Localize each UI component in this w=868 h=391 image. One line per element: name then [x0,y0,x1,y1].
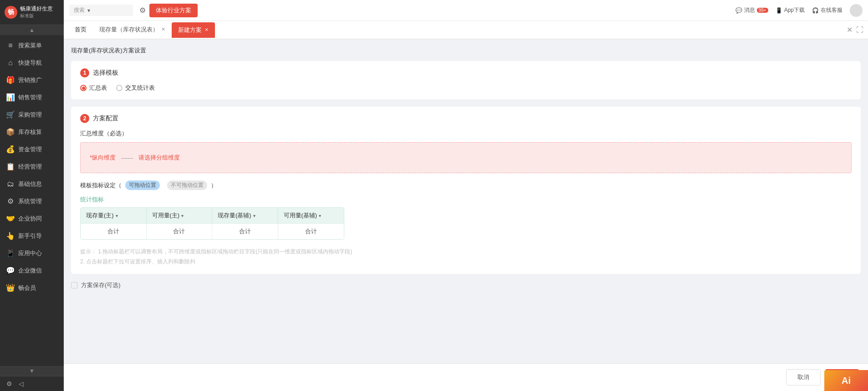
sidebar-item-finance[interactable]: 💰 资金管理 [0,141,64,158]
sidebar-scroll-up[interactable]: ▲ [0,25,64,35]
operations-icon: 📋 [6,163,15,171]
save-label: 方案保存(可选) [81,281,121,289]
newbie-icon: 👆 [6,232,15,240]
indicator-settings: 模板指标设定（ 可拖动位置 不可拖动位置 ） [80,180,852,190]
radio-summary[interactable]: 汇总表 [80,84,107,92]
non-draggable-badge: 不可拖动位置 [167,180,207,190]
sidebar-item-label: 系统管理 [18,197,42,206]
online-service-label: 在线客服 [821,6,842,14]
search-placeholder-text: 搜索 [74,6,85,14]
tab-inventory-close[interactable]: ✕ [161,26,165,32]
sidebar-item-label: 采购管理 [18,111,42,119]
sidebar-item-member[interactable]: 👑 畅会员 [0,279,64,297]
sidebar-item-label: 畅会员 [18,284,36,292]
expand-panel-icon[interactable]: ⛶ [856,26,863,34]
indicator-settings-label: 模板指标设定（ 可拖动位置 不可拖动位置 ） [80,180,852,190]
cancel-button[interactable]: 取消 [786,369,821,386]
sidebar-item-sales[interactable]: 📊 销售管理 [0,89,64,106]
col-header-1[interactable]: 可用量(主) ▾ [147,208,213,223]
tips-title: 提示： [80,248,97,255]
sidebar-item-label: 销售管理 [18,93,42,102]
search-area[interactable]: 搜索 ▾ [69,5,133,16]
sidebar-item-label: 企业微信 [18,267,42,275]
step2-number: 2 [80,114,89,123]
gift-icon: 🎁 [6,76,15,84]
tab-new-plan[interactable]: 新建方案 ✕ [172,22,215,38]
sidebar-item-marketing[interactable]: 🎁 营销推广 [0,72,64,89]
template-radio-group: 汇总表 交叉统计表 [80,84,852,92]
system-icon: ⚙ [6,197,15,206]
home-icon: ⌂ [6,59,15,67]
dim-placeholder[interactable]: 请选择分组维度 [138,154,180,162]
col-chevron-3[interactable]: ▾ [319,213,321,218]
sidebar-item-operations[interactable]: 📋 经营管理 [0,158,64,175]
member-icon: 👑 [6,284,15,292]
sidebar-item-base[interactable]: 🗂 基础信息 [0,175,64,193]
radio-cross-circle [116,85,123,91]
step2-header: 2 方案配置 [80,114,852,123]
indicator-settings-suffix: ） [211,181,217,190]
step1-title: 选择模板 [93,69,118,77]
message-label: 消息 [744,6,755,14]
col-chevron-0[interactable]: ▾ [116,213,118,218]
radio-cross[interactable]: 交叉统计表 [116,84,155,92]
col-chevron-1[interactable]: ▾ [181,213,184,218]
sidebar-scroll-down[interactable]: ▼ [0,366,64,376]
col-header-label-0: 现存量(主) [86,211,114,220]
sound-footer-icon[interactable]: ◁ [19,380,24,387]
app-download-btn[interactable]: 📱 App下载 [776,6,805,14]
col-header-2[interactable]: 现存量(基辅) ▾ [212,208,278,223]
online-service-btn[interactable]: 🎧 在线客服 [812,6,842,14]
topbar-right: 💬 消息 99+ 📱 App下载 🎧 在线客服 [735,4,863,17]
settings-icon[interactable]: ⚙ [139,6,146,15]
sidebar-item-label: 资金管理 [18,145,42,154]
sidebar-logo: 畅 畅康通好生意 标准版 [0,0,64,25]
user-avatar[interactable] [850,4,863,17]
dim-required-label: *纵向维度 [90,154,116,162]
tab-new-plan-close[interactable]: ✕ [204,27,209,33]
step1-card: 1 选择模板 汇总表 交叉统计表 [71,61,861,99]
sidebar-item-label: 新手引导 [18,232,42,240]
app-icon: 📱 [6,249,15,257]
dimension-row: *纵向维度 —— 请选择分组维度 [90,154,842,162]
trial-button[interactable]: 体验行业方案 [149,4,198,17]
settings-footer-icon[interactable]: ⚙ [6,380,12,387]
col-header-3[interactable]: 可用量(基辅) ▾ [278,208,344,223]
message-badge: 99+ [757,8,768,13]
sidebar-item-wechat[interactable]: 💬 企业微信 [0,262,64,279]
content-area: 现存量(库存状况表)方案设置 1 选择模板 汇总表 交叉统计表 2 [64,39,868,363]
sidebar-item-system[interactable]: ⚙ 系统管理 [0,193,64,210]
radio-summary-label: 汇总表 [89,84,107,92]
tab-bar: 首页 现存量（库存状况表） ✕ 新建方案 ✕ ✕ ⛶ [64,21,868,39]
sidebar-item-newbie[interactable]: 👆 新手引导 [0,227,64,245]
indicator-table-header: 现存量(主) ▾ 可用量(主) ▾ 现存量(基辅) ▾ 可用量(基辅) ▾ [81,208,344,223]
tab-inventory[interactable]: 现存量（库存状况表） ✕ [93,22,172,38]
sidebar-item-app[interactable]: 📱 应用中心 [0,245,64,262]
sidebar-item-label: 搜索菜单 [18,41,42,50]
tip1-text: 1.拖动标题栏可以调整布局，不可跨维度或指标区域拖动栏目字段(只能在同一维度或指… [98,248,352,255]
sidebar-item-inventory[interactable]: 📦 库存核算 [0,123,64,141]
close-panel-icon[interactable]: ✕ [847,26,853,34]
radio-cross-label: 交叉统计表 [125,84,155,92]
footer-bar: 取消 查询 [64,363,868,391]
tab-home[interactable]: 首页 [68,22,93,38]
col-header-0[interactable]: 现存量(主) ▾ [81,208,147,223]
message-btn[interactable]: 💬 消息 99+ [735,6,768,14]
app-logo-icon: 畅 [5,6,17,19]
page-title: 现存量(库存状况表)方案设置 [71,46,861,55]
search-icon: ≡ [6,41,15,50]
sidebar-item-quicknav[interactable]: ⌂ 快捷导航 [0,54,64,72]
step1-number: 1 [80,68,89,77]
sidebar-nav: ≡ 搜索菜单 ⌂ 快捷导航 🎁 营销推广 📊 销售管理 🛒 采购管理 📦 库存核… [0,35,64,366]
col-chevron-2[interactable]: ▾ [253,213,255,218]
app-edition-label: 标准版 [20,13,53,19]
sidebar-item-search[interactable]: ≡ 搜索菜单 [0,37,64,54]
sidebar-item-cooperation[interactable]: 🤝 企业协同 [0,210,64,227]
search-dropdown-icon[interactable]: ▾ [87,7,90,14]
save-checkbox[interactable] [71,282,77,288]
col-header-label-2: 现存量(基辅) [218,211,251,220]
tab-inventory-label: 现存量（库存状况表） [99,26,158,34]
sidebar-item-purchase[interactable]: 🛒 采购管理 [0,106,64,123]
ai-badge[interactable]: Ai [824,370,868,391]
dimension-area[interactable]: *纵向维度 —— 请选择分组维度 [80,142,852,173]
